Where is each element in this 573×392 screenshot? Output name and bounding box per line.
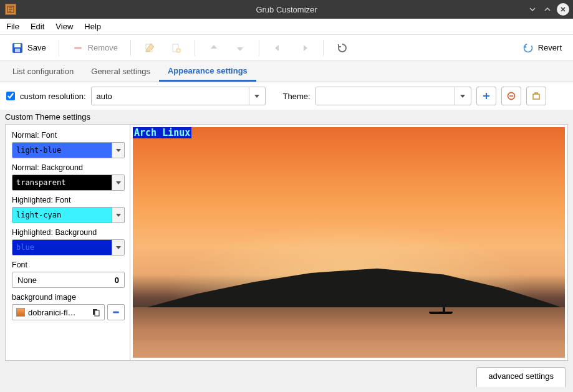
highlighted-font-dropdown[interactable] [112,208,124,222]
background-image-filename: dobranici-fl… [28,308,89,317]
highlighted-font-label: Highlighted: Font [12,196,125,204]
tab-appearance-settings[interactable]: Appearance settings [159,61,256,82]
refresh-icon [336,42,349,54]
highlighted-font-value: light-cyan [12,208,112,222]
move-left-button [267,39,289,57]
preview-panel: Arch Linux [130,125,567,360]
background-image-clear-button[interactable] [107,304,125,320]
tab-bar: List configuration General settings Appe… [0,61,573,82]
normal-font-dropdown[interactable] [112,143,124,158]
font-group: Font None 0 [12,261,125,288]
menu-view[interactable]: View [55,22,73,31]
highlighted-font-combo[interactable]: light-cyan [12,207,125,223]
grub-preview: Arch Linux [133,127,565,358]
arrow-down-icon [234,42,246,54]
edit-icon [143,42,156,54]
arrow-left-icon [272,42,284,54]
normal-background-dropdown[interactable] [112,175,124,190]
svg-point-8 [524,44,532,52]
revert-button[interactable]: Revert [517,39,567,57]
new-icon [170,42,182,54]
custom-theme-section-label: Custom Theme settings [0,110,573,124]
revert-icon [522,42,534,54]
arrow-up-icon [208,42,220,54]
close-button[interactable] [557,3,569,16]
save-button[interactable]: Save [6,39,51,57]
resolution-combo[interactable] [91,87,266,105]
preview-entry-highlighted: Arch Linux [133,127,191,138]
svg-rect-12 [95,310,99,316]
toolbar: Save Remove Revert [0,35,573,61]
normal-background-combo[interactable]: transparent [12,174,125,191]
normal-font-label: Normal: Font [12,131,125,140]
font-label: Font [12,261,125,269]
normal-font-value: light-blue [12,143,112,158]
normal-font-combo[interactable]: light-blue [12,142,125,158]
highlighted-background-label: Highlighted: Background [12,228,125,237]
move-right-button [293,39,315,57]
edit-entry-button [138,39,161,57]
save-label: Save [27,43,46,52]
minimize-button[interactable] [527,4,538,15]
highlighted-background-combo[interactable]: blue [12,239,125,256]
remove-label: Remove [88,43,118,52]
arrow-right-icon [298,42,311,54]
maximize-button[interactable] [542,4,553,15]
highlighted-font-group: Highlighted: Font light-cyan [12,196,125,223]
theme-add-button[interactable] [476,87,496,105]
menu-edit[interactable]: Edit [31,22,44,31]
background-thumb-icon [16,308,25,317]
save-icon [11,42,24,54]
svg-rect-3 [15,49,20,52]
refresh-button[interactable] [331,39,354,57]
normal-background-group: Normal: Background transparent [12,163,125,191]
highlighted-background-group: Highlighted: Background blue [12,228,125,256]
resolution-input[interactable] [92,87,249,105]
remove-icon [72,42,84,54]
minus-icon [112,309,120,315]
move-down-button [229,39,251,57]
theme-input[interactable] [316,87,455,105]
app-icon [5,4,16,15]
svg-rect-2 [14,44,21,47]
copy-icon [92,308,100,317]
background-image-group: background image dobranici-fl… [12,293,125,320]
custom-resolution-checkbox[interactable] [6,92,15,100]
tab-general-settings[interactable]: General settings [82,61,159,82]
svg-rect-10 [533,94,539,99]
menubar: File Edit View Help [0,19,573,35]
font-chooser[interactable]: None 0 [12,272,125,288]
appearance-top-row: custom resolution: Theme: [0,82,573,110]
svg-rect-13 [113,312,119,313]
menu-file[interactable]: File [6,22,19,31]
titlebar: Grub Customizer [0,0,573,19]
background-image-chooser[interactable]: dobranici-fl… [12,304,105,320]
revert-label: Revert [538,43,562,52]
theme-dropdown-button[interactable] [455,87,471,105]
theme-combo[interactable] [315,87,471,105]
theme-settings-panel: Normal: Font light-blue Normal: Backgrou… [6,125,130,360]
normal-font-group: Normal: Font light-blue [12,131,125,158]
custom-theme-area: Normal: Font light-blue Normal: Backgrou… [5,124,568,361]
theme-remove-button[interactable] [501,87,521,105]
normal-background-value: transparent [12,175,112,190]
advanced-settings-button[interactable]: advanced settings [476,367,566,387]
svg-rect-4 [74,47,82,49]
move-up-button [203,39,225,57]
tab-list-configuration[interactable]: List configuration [4,61,82,82]
normal-background-label: Normal: Background [12,163,125,172]
resolution-dropdown-button[interactable] [249,87,265,105]
font-name: None [17,275,37,285]
highlighted-background-dropdown[interactable] [112,240,124,255]
highlighted-background-value: blue [12,240,112,255]
theme-label: Theme: [283,92,311,101]
new-entry-button [165,39,187,57]
theme-export-button[interactable] [526,87,546,105]
custom-resolution-label: custom resolution: [20,92,86,101]
menu-help[interactable]: Help [84,22,101,31]
background-image-label: background image [12,293,125,302]
remove-button: Remove [67,39,123,57]
font-size: 0 [115,275,119,285]
window-title: Grub Customizer [0,5,573,14]
